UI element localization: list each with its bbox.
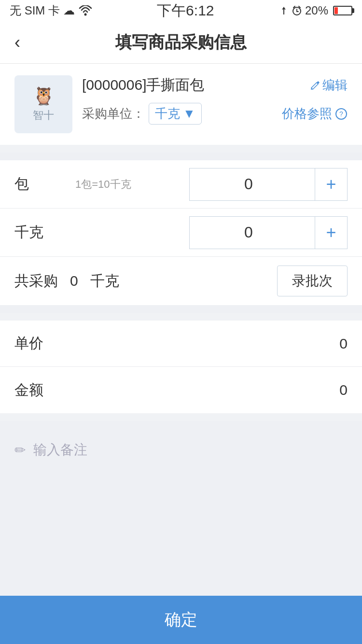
- summary-unit: 千克: [90, 273, 119, 289]
- unit-label: 采购单位：: [82, 105, 145, 122]
- edit-label: 编辑: [322, 77, 348, 94]
- unit-price-row: 单价 0: [0, 321, 362, 367]
- product-name-row: [0000006]手撕面包 编辑: [82, 75, 348, 95]
- unit-price-label: 单价: [14, 334, 43, 353]
- bao-input-right: +: [189, 168, 348, 201]
- svg-point-0: [84, 14, 86, 16]
- summary-text: 共采购 0 千克: [14, 271, 119, 291]
- battery-icon: [333, 6, 352, 15]
- product-full-name: [0000006]手撕面包: [82, 75, 204, 95]
- confirm-button[interactable]: 确定: [0, 596, 362, 644]
- nav-bar: ‹ 填写商品采购信息: [0, 21, 362, 64]
- no-sim-text: 无 SIM 卡 ☁: [10, 3, 75, 18]
- divider-1: [0, 153, 362, 160]
- kg-label: 千克: [14, 223, 72, 242]
- unit-price-value: 0: [339, 336, 348, 352]
- help-circle-icon: ?: [335, 108, 348, 120]
- status-bar: 无 SIM 卡 ☁ 下午6:12 20%: [0, 0, 362, 21]
- product-logo-icon: 🦉: [33, 86, 55, 106]
- kg-input-row: 千克 +: [0, 209, 362, 257]
- unit-select-dropdown[interactable]: 千克 ▼: [149, 103, 202, 125]
- bao-label: 包: [14, 174, 72, 194]
- record-batch-button[interactable]: 录批次: [277, 266, 348, 296]
- alarm-icon: [292, 5, 302, 16]
- price-ref-button[interactable]: 价格参照 ?: [282, 105, 348, 122]
- status-time: 下午6:12: [157, 1, 214, 21]
- bao-input-row: 包 1包=10千克 +: [0, 160, 362, 209]
- dropdown-arrow-icon: ▼: [183, 106, 195, 121]
- amount-value: 0: [339, 382, 348, 398]
- summary-row: 共采购 0 千克 录批次: [0, 257, 362, 305]
- back-button[interactable]: ‹: [14, 32, 20, 53]
- product-card: 🦉 智十 [0000006]手撕面包 编辑 采购单位： 千克 ▼: [0, 64, 362, 145]
- battery-percent: 20%: [305, 4, 328, 17]
- bao-sublabel: 1包=10千克: [75, 177, 131, 192]
- note-pencil-icon: ✏: [14, 442, 26, 458]
- edit-button[interactable]: 编辑: [310, 77, 348, 94]
- amount-row: 金额 0: [0, 367, 362, 413]
- note-placeholder-text: 输入备注: [33, 441, 87, 459]
- bao-number-input[interactable]: [189, 168, 315, 201]
- location-icon: [279, 6, 289, 15]
- edit-icon: [310, 80, 320, 91]
- summary-amount: 0: [70, 273, 78, 289]
- price-section: 单价 0 金额 0: [0, 321, 362, 413]
- product-image: 🦉 智十: [14, 75, 72, 133]
- wifi-icon: [79, 5, 92, 16]
- kg-input-right: +: [189, 216, 348, 249]
- bao-plus-button[interactable]: +: [315, 168, 348, 201]
- price-ref-label: 价格参照: [282, 105, 332, 122]
- status-right: 20%: [279, 4, 352, 17]
- svg-text:?: ?: [339, 110, 343, 118]
- product-info: [0000006]手撕面包 编辑 采购单位： 千克 ▼ 价格参照: [82, 75, 348, 125]
- divider-2: [0, 305, 362, 313]
- input-section: 包 1包=10千克 + 千克 + 共采购 0 千克 录批次: [0, 160, 362, 305]
- product-unit-row: 采购单位： 千克 ▼ 价格参照 ?: [82, 103, 348, 125]
- status-left: 无 SIM 卡 ☁: [10, 3, 92, 18]
- unit-value: 千克: [155, 105, 180, 122]
- brand-label: 智十: [33, 108, 54, 123]
- kg-plus-button[interactable]: +: [315, 216, 348, 249]
- summary-prefix: 共采购: [14, 273, 58, 289]
- note-section[interactable]: ✏ 输入备注: [0, 421, 362, 479]
- kg-number-input[interactable]: [189, 216, 315, 249]
- page-title: 填写商品采购信息: [115, 31, 247, 54]
- amount-label: 金额: [14, 380, 43, 400]
